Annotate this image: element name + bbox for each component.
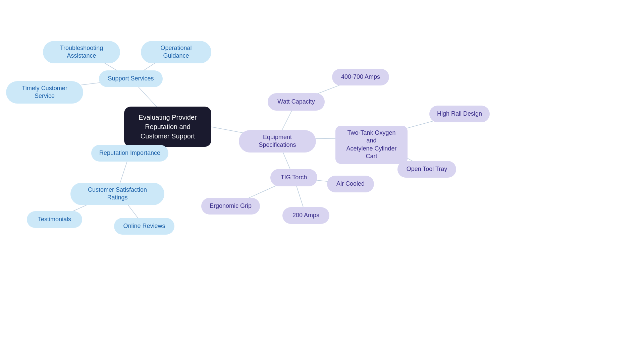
svg-line-1 bbox=[82, 49, 131, 79]
mindmap-svg bbox=[0, 0, 644, 363]
svg-line-0 bbox=[131, 79, 168, 119]
svg-line-10 bbox=[296, 77, 361, 102]
svg-line-6 bbox=[55, 191, 118, 220]
svg-line-9 bbox=[277, 102, 296, 139]
svg-line-7 bbox=[117, 191, 144, 226]
svg-line-4 bbox=[130, 119, 168, 153]
svg-line-11 bbox=[277, 138, 372, 139]
svg-line-8 bbox=[168, 119, 277, 139]
svg-line-15 bbox=[294, 178, 351, 184]
svg-line-13 bbox=[372, 138, 427, 169]
svg-line-12 bbox=[372, 114, 460, 138]
svg-line-5 bbox=[117, 153, 130, 191]
svg-line-16 bbox=[231, 178, 294, 206]
svg-line-3 bbox=[45, 79, 131, 89]
svg-line-2 bbox=[131, 49, 176, 79]
svg-line-14 bbox=[277, 139, 294, 178]
svg-line-17 bbox=[294, 178, 306, 216]
